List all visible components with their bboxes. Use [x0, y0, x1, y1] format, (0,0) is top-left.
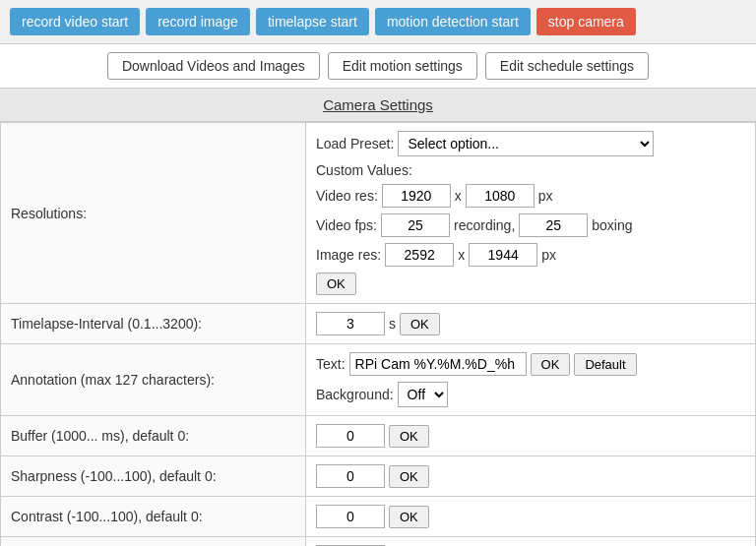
- record-video-start-button[interactable]: record video start: [10, 8, 140, 35]
- timelapse-value-input[interactable]: [316, 312, 385, 335]
- section-title: Camera Settings: [0, 89, 756, 122]
- sharpness-controls: OK: [306, 456, 756, 497]
- image-res-label: Image res:: [316, 247, 381, 263]
- edit-motion-settings-button[interactable]: Edit motion settings: [328, 52, 477, 80]
- sharpness-row: Sharpness (-100...100), default 0: OK: [1, 456, 756, 497]
- video-fps2-input[interactable]: [519, 213, 588, 237]
- contrast-label: Contrast (-100...100), default 0:: [1, 497, 306, 537]
- buffer-label: Buffer (1000... ms), default 0:: [1, 416, 306, 456]
- motion-detection-start-button[interactable]: motion detection start: [375, 8, 531, 35]
- buffer-controls: OK: [306, 416, 756, 456]
- second-bar: Download Videos and Images Edit motion s…: [0, 44, 756, 89]
- top-bar: record video start record image timelaps…: [0, 0, 756, 44]
- annotation-ok-button[interactable]: OK: [531, 353, 571, 376]
- image-res-y-input[interactable]: [469, 243, 537, 267]
- resolutions-label: Resolutions:: [1, 123, 306, 304]
- boxing-label: boxing: [592, 217, 632, 233]
- video-res-x-input[interactable]: [382, 184, 451, 208]
- video-fps-input[interactable]: [381, 213, 450, 237]
- sharpness-value-input[interactable]: [316, 464, 385, 488]
- contrast-value-input[interactable]: [316, 505, 385, 528]
- video-res-y-input[interactable]: [466, 184, 535, 208]
- buffer-value-input[interactable]: [316, 424, 385, 448]
- resolutions-row: Resolutions: Load Preset: Select option.…: [1, 123, 756, 304]
- annotation-text-input[interactable]: [349, 352, 527, 376]
- brightness-controls: OK: [306, 537, 756, 547]
- download-videos-images-button[interactable]: Download Videos and Images: [107, 52, 320, 80]
- record-image-button[interactable]: record image: [146, 8, 250, 35]
- load-preset-label: Load Preset:: [316, 136, 394, 152]
- image-res-x-input[interactable]: [385, 243, 454, 267]
- timelapse-unit-label: s: [389, 316, 396, 332]
- settings-table: Resolutions: Load Preset: Select option.…: [0, 122, 756, 546]
- contrast-row: Contrast (-100...100), default 0: OK: [1, 497, 756, 537]
- load-preset-select[interactable]: Select option...: [398, 131, 654, 156]
- video-fps-label: Video fps:: [316, 217, 377, 233]
- resolutions-controls: Load Preset: Select option... Custom Val…: [306, 123, 756, 304]
- buffer-ok-button[interactable]: OK: [389, 425, 429, 448]
- annotation-bg-select[interactable]: Off On: [398, 382, 448, 407]
- contrast-ok-button[interactable]: OK: [389, 506, 429, 528]
- annotation-controls: Text: OK Default Background: Off On: [306, 344, 756, 416]
- annotation-bg-label: Background:: [316, 387, 394, 402]
- annotation-label: Annotation (max 127 characters):: [1, 344, 306, 416]
- timelapse-controls: s OK: [306, 304, 756, 344]
- buffer-row: Buffer (1000... ms), default 0: OK: [1, 416, 756, 456]
- custom-values-label: Custom Values:: [316, 162, 412, 178]
- annotation-row: Annotation (max 127 characters): Text: O…: [1, 344, 756, 416]
- brightness-label: Brightness (0...100), default 50:: [1, 537, 306, 547]
- timelapse-label: Timelapse-Interval (0.1...3200):: [1, 304, 306, 344]
- timelapse-ok-button[interactable]: OK: [400, 313, 440, 335]
- image-res-x-sep: x: [458, 247, 465, 263]
- edit-schedule-settings-button[interactable]: Edit schedule settings: [485, 52, 649, 80]
- image-res-px-label: px: [541, 247, 556, 263]
- video-res-x-sep: x: [455, 188, 462, 204]
- timelapse-row: Timelapse-Interval (0.1...3200): s OK: [1, 304, 756, 344]
- sharpness-ok-button[interactable]: OK: [389, 465, 429, 488]
- recording-label: recording,: [454, 217, 515, 233]
- timelapse-start-button[interactable]: timelapse start: [256, 8, 369, 35]
- sharpness-label: Sharpness (-100...100), default 0:: [1, 456, 306, 497]
- annotation-text-label: Text:: [316, 356, 346, 372]
- annotation-default-button[interactable]: Default: [574, 353, 636, 376]
- contrast-controls: OK: [306, 497, 756, 537]
- resolutions-ok-button[interactable]: OK: [316, 273, 356, 295]
- video-res-px-label: px: [538, 188, 553, 204]
- stop-camera-button[interactable]: stop camera: [536, 8, 636, 35]
- brightness-row: Brightness (0...100), default 50: OK: [1, 537, 756, 547]
- video-res-label: Video res:: [316, 188, 378, 204]
